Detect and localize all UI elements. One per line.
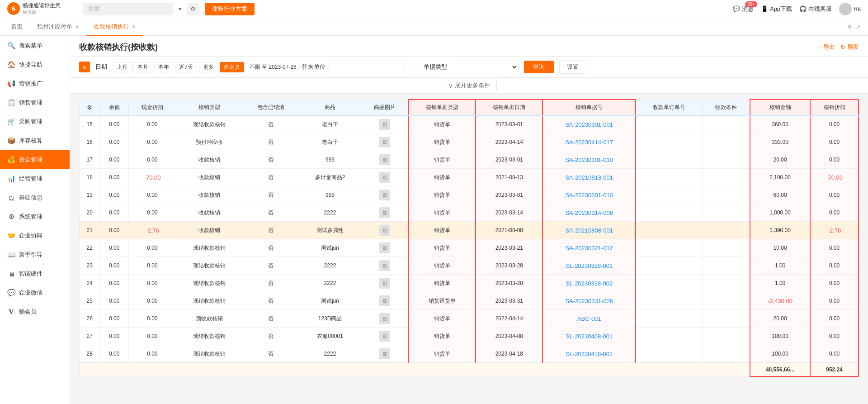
voucher-no-link[interactable]: SA-20230301-010: [565, 192, 613, 199]
export-button[interactable]: ↑ 导出: [819, 43, 835, 51]
expand-more-button[interactable]: ∨ 展开更多条件: [442, 80, 497, 91]
date-btn-this-year[interactable]: 本年: [154, 62, 173, 72]
logo-area: 6 畅捷通谱好生意 标准版: [7, 2, 77, 15]
finance-icon: 💰: [7, 156, 15, 164]
cell-voucher-no: SA-20230414-017: [542, 133, 636, 151]
nav-controls[interactable]: ✕ ⤢: [844, 18, 864, 35]
date-btn-last-month[interactable]: 上月: [113, 62, 132, 72]
dropdown-icon[interactable]: ▾: [179, 6, 181, 12]
sidebar-item-member[interactable]: V 畅会员: [0, 302, 70, 321]
query-button[interactable]: 查询: [524, 61, 554, 73]
tab-writeoff-close[interactable]: ✕: [132, 24, 136, 30]
search-icon: 🔍: [7, 42, 15, 50]
cell-writeoff-amount: 1.00: [750, 257, 810, 275]
col-receipt-order-header: 收款单订单号: [636, 100, 702, 115]
sidebar-item-guide[interactable]: 📖 新手引导: [0, 245, 70, 264]
sidebar-label-sales: 销售管理: [19, 99, 42, 107]
sidebar-item-inventory[interactable]: 📦 库存核算: [0, 131, 70, 150]
sidebar-item-hardware[interactable]: 🖥 智能硬件: [0, 264, 70, 283]
cell-id: 28: [80, 345, 100, 363]
cell-goods: 老白干: [299, 133, 361, 151]
voucher-no-link[interactable]: SL-20230328-001: [566, 262, 613, 269]
expand-icon[interactable]: ⤢: [856, 24, 861, 30]
date-btn-this-month[interactable]: 本月: [133, 62, 152, 72]
user-item[interactable]: Rit: [839, 3, 861, 15]
cell-writeoff-amount: 1,000.00: [750, 204, 810, 222]
settings-icon[interactable]: ⚙: [87, 104, 92, 111]
cell-goods: 2222: [299, 204, 361, 222]
sidebar-item-basic[interactable]: 🗂 基础信息: [0, 188, 70, 207]
industry-solution-button[interactable]: 体验行业方案: [205, 3, 255, 15]
cell-cash-discount: 0.00: [129, 310, 176, 328]
single-type-select[interactable]: [451, 61, 519, 73]
cell-voucher-date: 2023-03-01: [476, 151, 542, 169]
voucher-no-link[interactable]: SL-20230418-001: [566, 351, 613, 357]
gear-button[interactable]: ⚙: [187, 3, 199, 15]
date-btn-custom[interactable]: 自定义: [220, 62, 244, 72]
sidebar-item-collab[interactable]: 🤝 企业协同: [0, 226, 70, 245]
voucher-no-link[interactable]: SA-20230331-026: [565, 298, 613, 304]
cell-cash-discount: 0.00: [129, 257, 176, 275]
voucher-no-link[interactable]: SA-20230414-017: [565, 139, 613, 146]
voucher-no-link[interactable]: SA-20230301-001: [565, 121, 613, 128]
cell-receipt-order: [636, 257, 702, 275]
cell-receipt-condition: [702, 169, 750, 186]
sidebar-item-system[interactable]: ⚙ 系统管理: [0, 207, 70, 226]
cell-voucher-date: 2023-04-18: [476, 345, 542, 363]
cell-include-settled: 否: [242, 186, 299, 204]
expand-more-icon: ∨: [448, 82, 453, 89]
to-unit-input[interactable]: [329, 61, 405, 73]
close-all-icon[interactable]: ✕: [847, 24, 852, 30]
table-row: 280.000.00现结收款核销否2222🖼销货单2023-04-18SL-20…: [80, 345, 859, 363]
tab-prepay[interactable]: 预付冲应付单 ✕: [30, 18, 86, 36]
sidebar-item-nav[interactable]: 🏠 快捷导航: [0, 55, 70, 74]
sidebar-item-marketing[interactable]: 📢 营销推广: [0, 74, 70, 93]
col-settings-header[interactable]: ⚙: [80, 100, 100, 115]
app-download-item[interactable]: 📱 App下载: [761, 5, 792, 13]
cell-voucher-date: 2023-03-01: [476, 186, 542, 204]
message-icon: 💬: [733, 5, 740, 12]
table-row: 180.00-70.00收款核销否多计量商品2🖼销货单2021-08-13SA-…: [80, 169, 859, 186]
sidebar-item-wechat[interactable]: 💬 企业微信: [0, 283, 70, 302]
online-service-item[interactable]: 🎧 在线客服: [799, 5, 832, 13]
cell-voucher-type: 销货单: [409, 186, 476, 204]
sidebar-item-search[interactable]: 🔍 搜索菜单: [0, 36, 70, 55]
date-btn-7days[interactable]: 近7天: [175, 62, 197, 72]
cell-writeoff-amount: 10.00: [750, 239, 810, 257]
sidebar-label-inventory: 库存核算: [19, 137, 42, 145]
search-box[interactable]: 搜索: [83, 3, 173, 15]
voucher-no-link[interactable]: SA-20230321-012: [565, 245, 613, 252]
cell-include-settled: 否: [242, 204, 299, 222]
cell-receipt-condition: [702, 222, 750, 239]
tab-writeoff[interactable]: 收款核销执行 ✕: [86, 18, 143, 36]
cell-voucher-no: SL-20230408-001: [542, 328, 636, 345]
voucher-no-link[interactable]: SA-20230301-010: [565, 157, 613, 163]
voucher-no-link[interactable]: SA-20210813-001: [565, 174, 613, 181]
sidebar-item-finance[interactable]: 💰 资金管理: [0, 150, 70, 169]
cell-voucher-date: 2023-03-28: [476, 275, 542, 292]
cell-include-settled: 否: [242, 257, 299, 275]
cell-goods-img: 🖼: [361, 292, 409, 310]
voucher-no-link[interactable]: SA-20210808-001: [565, 227, 613, 234]
sidebar-item-purchase[interactable]: 🛒 采购管理: [0, 112, 70, 131]
settings-button[interactable]: 设置: [559, 60, 586, 74]
voucher-no-link[interactable]: SA-20230314-008: [565, 209, 613, 216]
cell-voucher-type: 销货单: [409, 239, 476, 257]
cell-voucher-date: 2023-03-14: [476, 204, 542, 222]
refresh-button[interactable]: ↻ 刷新: [840, 43, 859, 51]
voucher-no-link[interactable]: SL-20230408-001: [566, 333, 613, 340]
cell-receipt-order: [636, 222, 702, 239]
voucher-no-link[interactable]: SL-20230328-002: [566, 280, 613, 287]
cell-writeoff-discount: -2.76: [810, 222, 859, 239]
tab-home[interactable]: 首页: [4, 18, 30, 36]
sidebar-item-sales[interactable]: 📋 销售管理: [0, 93, 70, 112]
cell-writeoff-amount: 20.00: [750, 151, 810, 169]
message-item[interactable]: 💬 消息 99+: [733, 5, 754, 13]
date-btn-more[interactable]: 更多: [199, 62, 218, 72]
sidebar-item-business[interactable]: 📊 经营管理: [0, 169, 70, 188]
cell-goods-img: 🖼: [361, 275, 409, 292]
tab-prepay-close[interactable]: ✕: [75, 24, 79, 30]
voucher-no-link[interactable]: ABC-001: [577, 315, 601, 322]
filter-expand-button[interactable]: »: [79, 62, 90, 72]
cell-voucher-type: 销货单: [409, 169, 476, 186]
